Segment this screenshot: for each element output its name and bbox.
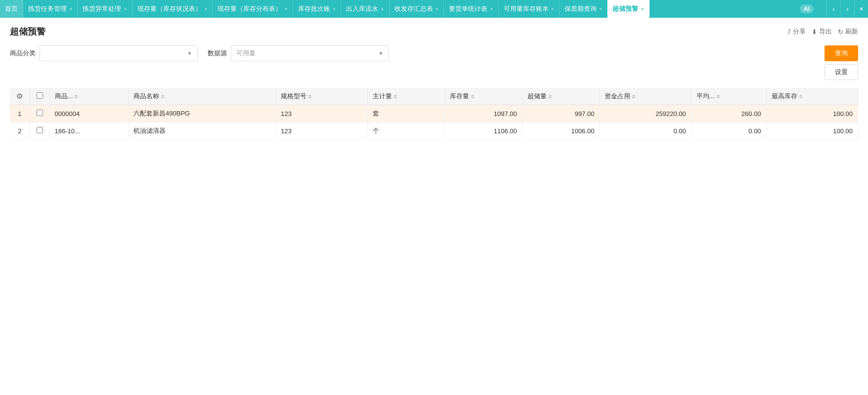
nav-tab-3[interactable]: 现存量（库存状况表） × <box>132 0 213 18</box>
share-button[interactable]: ⤴ 分享 <box>787 27 806 36</box>
sort-capital[interactable]: 资金占用 <box>605 92 636 101</box>
row-checkbox-1[interactable] <box>37 127 43 133</box>
nav-next-button[interactable]: › <box>840 0 854 18</box>
col-overstock[interactable]: 超储量 <box>522 88 600 105</box>
gear-icon[interactable]: ⚙ <box>16 92 23 100</box>
sort-icon-capital <box>632 94 636 99</box>
col-stock[interactable]: 库存量 <box>445 88 522 105</box>
settings-button[interactable]: 设置 <box>825 64 858 80</box>
col-spec[interactable]: 规格型号 <box>276 88 367 105</box>
cell-product-name-0: 六配套新昌490BPG <box>129 105 276 122</box>
cell-checkbox-0[interactable] <box>30 105 49 122</box>
page-container: 超储预警 ⤴ 分享 ⬇ 导出 ↻ 刷新 商品分类 ▼ 数据源 <box>0 18 868 148</box>
sort-max-stock[interactable]: 最高库存 <box>772 92 803 101</box>
cell-stock-0: 1097.00 <box>445 105 522 122</box>
cell-checkbox-1[interactable] <box>30 122 49 140</box>
col-unit[interactable]: 主计量 <box>367 88 445 105</box>
nav-tab-8[interactable]: 要货单统计表 × <box>444 0 498 18</box>
category-filter: 商品分类 ▼ <box>10 45 198 61</box>
sort-icon-product-name <box>161 94 165 99</box>
col-product-code[interactable]: 商品... <box>49 88 129 105</box>
export-label: 导出 <box>819 27 832 36</box>
nav-tab-5[interactable]: 库存批次账 × <box>293 0 341 18</box>
cell-overstock-1: 1006.00 <box>522 122 600 140</box>
ai-badge: Ai <box>800 4 814 13</box>
cell-product-code-1: 186-10... <box>49 122 129 140</box>
select-all-checkbox[interactable] <box>37 92 43 99</box>
top-navigation: 首页拣货任务管理 ×拣货异常处理 ×现存量（库存状况表） ×现存量（库存分布表）… <box>0 0 868 18</box>
header-actions: ⤴ 分享 ⬇ 导出 ↻ 刷新 <box>787 27 858 36</box>
nav-tab-close-4[interactable]: × <box>284 6 287 12</box>
nav-tab-7[interactable]: 收发存汇总表 × <box>390 0 444 18</box>
col-capital[interactable]: 资金占用 <box>600 88 691 105</box>
col-stock-label: 库存量 <box>450 92 469 101</box>
sort-icon-product-code <box>74 94 78 99</box>
col-capital-label: 资金占用 <box>605 92 630 101</box>
col-checkbox <box>30 88 49 105</box>
sort-overstock[interactable]: 超储量 <box>527 92 552 101</box>
cell-index-1: 2 <box>10 122 30 140</box>
nav-prev-button[interactable]: ‹ <box>826 0 840 18</box>
col-avg[interactable]: 平均... <box>691 88 766 105</box>
sort-icon-spec <box>308 94 312 99</box>
nav-tab-6[interactable]: 出入库流水 × <box>341 0 389 18</box>
row-checkbox-0[interactable] <box>37 110 43 116</box>
nav-tab-0[interactable]: 首页 <box>0 0 23 18</box>
page-header: 超储预警 ⤴ 分享 ⬇ 导出 ↻ 刷新 <box>10 26 858 38</box>
cell-capital-1: 0.00 <box>600 122 691 140</box>
cell-unit-0: 套 <box>367 105 445 122</box>
sort-product-code[interactable]: 商品... <box>55 92 79 101</box>
query-button[interactable]: 查询 <box>825 45 858 61</box>
nav-tab-label-10: 保质期查询 <box>564 4 597 13</box>
page-title: 超储预警 <box>10 26 45 38</box>
sort-product-name[interactable]: 商品名称 <box>133 92 165 101</box>
nav-tab-close-8[interactable]: × <box>490 6 493 12</box>
sort-spec[interactable]: 规格型号 <box>281 92 312 101</box>
nav-tab-2[interactable]: 拣货异常处理 × <box>78 0 132 18</box>
nav-close-button[interactable]: × <box>854 0 868 18</box>
nav-tab-close-7[interactable]: × <box>435 6 438 12</box>
export-button[interactable]: ⬇ 导出 <box>812 27 832 36</box>
nav-tab-4[interactable]: 现存量（库存分布表） × <box>213 0 293 18</box>
col-max-stock-label: 最高库存 <box>772 92 797 101</box>
refresh-button[interactable]: ↻ 刷新 <box>838 27 858 36</box>
col-avg-label: 平均... <box>696 92 715 101</box>
datasource-value: 可用量 <box>236 49 256 58</box>
table-row: 1 0000004 六配套新昌490BPG 123 套 1097.00 997.… <box>10 105 858 122</box>
nav-tab-label-0: 首页 <box>5 4 18 13</box>
nav-tab-close-6[interactable]: × <box>381 6 384 12</box>
datasource-select[interactable]: 可用量 ▼ <box>231 45 389 61</box>
nav-tab-close-2[interactable]: × <box>124 6 127 12</box>
datasource-label: 数据源 <box>208 49 227 58</box>
refresh-icon: ↻ <box>838 28 843 36</box>
nav-tab-label-2: 拣货异常处理 <box>83 4 121 13</box>
nav-tab-close-9[interactable]: × <box>551 6 554 12</box>
refresh-label: 刷新 <box>845 27 858 36</box>
nav-tab-9[interactable]: 可用量库存账本 × <box>499 0 560 18</box>
col-product-name[interactable]: 商品名称 <box>129 88 276 105</box>
share-label: 分享 <box>793 27 806 36</box>
sort-stock[interactable]: 库存量 <box>450 92 475 101</box>
sort-icon-overstock <box>548 94 552 99</box>
nav-tab-close-11[interactable]: × <box>641 6 644 12</box>
cell-stock-1: 1106.00 <box>445 122 522 140</box>
nav-tab-1[interactable]: 拣货任务管理 × <box>23 0 78 18</box>
col-max-stock[interactable]: 最高库存 <box>766 88 858 105</box>
nav-tab-close-5[interactable]: × <box>333 6 336 12</box>
category-select[interactable]: ▼ <box>40 45 198 61</box>
nav-tab-11[interactable]: 超储预警 × <box>608 0 649 18</box>
filter-area: 商品分类 ▼ 数据源 可用量 ▼ 查询 设置 <box>10 45 858 80</box>
share-icon: ⤴ <box>787 28 791 36</box>
sort-avg[interactable]: 平均... <box>696 92 720 101</box>
nav-tab-close-10[interactable]: × <box>599 6 602 12</box>
datasource-filter: 数据源 可用量 ▼ <box>208 45 389 61</box>
nav-tab-10[interactable]: 保质期查询 × <box>560 0 608 18</box>
col-unit-label: 主计量 <box>373 92 392 101</box>
nav-tab-close-1[interactable]: × <box>69 6 72 12</box>
col-product-code-label: 商品... <box>55 92 73 101</box>
nav-tab-close-3[interactable]: × <box>204 6 207 12</box>
table-row: 2 186-10... 机油滤清器 123 个 1106.00 1006.00 … <box>10 122 858 140</box>
sort-unit[interactable]: 主计量 <box>373 92 397 101</box>
nav-tab-label-7: 收发存汇总表 <box>394 4 433 13</box>
cell-spec-0: 123 <box>276 105 367 122</box>
